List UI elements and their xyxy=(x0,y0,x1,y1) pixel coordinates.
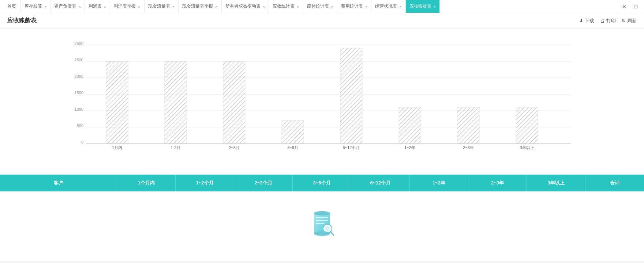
tab-cashflow[interactable]: 现金流量表 × xyxy=(145,0,179,13)
close-icon[interactable]: × xyxy=(331,4,333,9)
tab-cashflow-quarter[interactable]: 现金流量表季报 × xyxy=(179,0,221,13)
svg-text:1500: 1500 xyxy=(75,91,83,95)
svg-text:500: 500 xyxy=(77,123,83,128)
bar-2-3year xyxy=(457,107,479,144)
tab-operations[interactable]: 经营状况表 × xyxy=(371,0,405,13)
close-icon[interactable]: × xyxy=(44,4,46,9)
maximize-window-button[interactable]: □ xyxy=(631,1,641,12)
col-3-6month: 3~6个月 xyxy=(293,175,351,191)
close-icon[interactable]: × xyxy=(263,4,265,9)
svg-text:2500: 2500 xyxy=(75,41,83,46)
tab-bar: 首页 库存核算 × 资产负债表 × 利润表 × 利润表季报 × 现金流量表 × … xyxy=(0,0,644,13)
svg-text:2~3年: 2~3年 xyxy=(463,145,474,150)
close-icon[interactable]: × xyxy=(78,4,80,9)
close-icon[interactable]: × xyxy=(172,4,175,9)
tab-bar-actions: ✕ □ xyxy=(619,1,641,12)
col-1-2year: 1~2年 xyxy=(410,175,468,191)
empty-icon xyxy=(304,206,340,243)
bar-6-12month xyxy=(340,48,362,144)
close-window-button[interactable]: ✕ xyxy=(619,1,629,12)
empty-state xyxy=(0,191,644,257)
main-content: 0 500 1000 1500 2000 2500 2500 xyxy=(0,28,644,261)
close-icon[interactable]: × xyxy=(297,4,299,9)
close-icon[interactable]: × xyxy=(399,4,401,9)
col-3plus-year: 3年以上 xyxy=(527,175,585,191)
svg-text:6~12个月: 6~12个月 xyxy=(343,145,360,150)
bar-1month xyxy=(106,61,128,144)
tab-receivable-stats[interactable]: 应收统计表 × xyxy=(269,0,303,13)
chart-area: 0 500 1000 1500 2000 2500 2500 xyxy=(0,28,644,175)
col-1-2month: 1~2个月 xyxy=(176,175,234,191)
tab-receivable-aging[interactable]: 应收账龄表 × xyxy=(406,0,440,13)
tab-profit-quarter[interactable]: 利润表季报 × xyxy=(110,0,144,13)
close-icon[interactable]: × xyxy=(138,4,140,9)
col-2-3month: 2~3个月 xyxy=(234,175,293,191)
svg-text:1000: 1000 xyxy=(75,107,83,111)
svg-text:3年以上: 3年以上 xyxy=(520,145,534,150)
svg-point-33 xyxy=(314,231,330,236)
chart-svg: 0 500 1000 1500 2000 2500 2500 xyxy=(15,36,629,160)
svg-text:1~2年: 1~2年 xyxy=(404,145,415,150)
tab-profit[interactable]: 利润表 × xyxy=(85,0,110,13)
download-icon: ⬇ xyxy=(579,18,583,23)
svg-text:0: 0 xyxy=(81,140,83,144)
bar-3plus-year xyxy=(516,107,538,144)
close-icon[interactable]: × xyxy=(104,4,106,9)
svg-text:3~6月: 3~6月 xyxy=(287,145,298,150)
svg-line-31 xyxy=(330,232,334,235)
svg-point-30 xyxy=(325,226,330,231)
col-customer: 客户 xyxy=(0,175,117,191)
col-total: 合计 xyxy=(585,175,644,191)
bar-1-2year xyxy=(399,107,421,144)
refresh-button[interactable]: ↻ 刷新 xyxy=(622,18,637,24)
print-button[interactable]: 🖨 打印 xyxy=(600,18,616,24)
page-title: 应收账龄表 xyxy=(7,17,37,24)
header-actions: ⬇ 下载 🖨 打印 ↻ 刷新 xyxy=(579,18,637,24)
close-icon[interactable]: × xyxy=(434,4,436,9)
svg-point-32 xyxy=(314,211,330,216)
svg-text:2500: 2500 xyxy=(75,58,83,62)
close-icon[interactable]: × xyxy=(365,4,367,9)
svg-text:2~3月: 2~3月 xyxy=(229,145,240,150)
svg-text:1-2月: 1-2月 xyxy=(171,145,181,150)
col-6-12month: 6~12个月 xyxy=(351,175,410,191)
col-1month: 1个月内 xyxy=(117,175,176,191)
tab-payable-stats[interactable]: 应付统计表 × xyxy=(303,0,337,13)
tab-home[interactable]: 首页 xyxy=(3,0,21,13)
svg-text:1月内: 1月内 xyxy=(112,145,122,150)
table-header: 客户 1个月内 1~2个月 2~3个月 3~6个月 6~12个月 1~2年 2~… xyxy=(0,175,644,191)
bar-2-3month xyxy=(223,61,245,144)
refresh-icon: ↻ xyxy=(622,18,626,23)
tab-balance-sheet[interactable]: 资产负债表 × xyxy=(50,0,85,13)
svg-text:2000: 2000 xyxy=(75,74,83,79)
tab-inventory[interactable]: 库存核算 × xyxy=(21,0,50,13)
tab-expense-stats[interactable]: 费用统计表 × xyxy=(337,0,371,13)
bar-1-2month xyxy=(165,61,187,144)
col-2-3year: 2~3年 xyxy=(468,175,527,191)
close-icon[interactable]: × xyxy=(215,4,217,9)
page-header: 应收账龄表 ⬇ 下载 🖨 打印 ↻ 刷新 xyxy=(0,13,644,28)
print-icon: 🖨 xyxy=(600,18,605,23)
download-button[interactable]: ⬇ 下载 xyxy=(579,18,594,24)
tab-equity[interactable]: 所有者权益变动表 × xyxy=(222,0,269,13)
bar-3-6month xyxy=(282,121,304,144)
